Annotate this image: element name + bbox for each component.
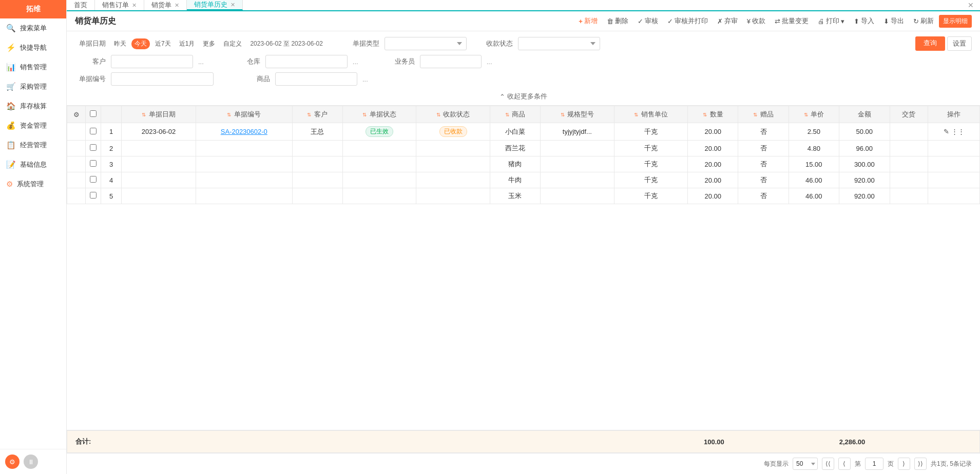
status-column-header[interactable]: ⇅ 单据状态 bbox=[342, 106, 416, 123]
chevron-up-icon: ⌃ bbox=[499, 93, 505, 101]
qty-column-header[interactable]: ⇅ 数量 bbox=[688, 106, 738, 123]
next-page-btn[interactable]: ⟩ bbox=[898, 458, 910, 470]
collapse-button[interactable]: ⌃ 收起更多条件 bbox=[75, 90, 972, 102]
sidebar-item-shortcuts[interactable]: ⚡ 快捷导航 bbox=[0, 38, 66, 57]
last-page-btn[interactable]: ⟩⟩ bbox=[914, 458, 927, 470]
sidebar-item-search[interactable]: 🔍 搜索菜单 bbox=[0, 18, 66, 38]
warehouse-filter-input[interactable] bbox=[265, 55, 348, 68]
checkbox-cell[interactable] bbox=[86, 172, 101, 188]
unit-cell: 千克 bbox=[614, 172, 687, 188]
payment-filter-select[interactable] bbox=[518, 37, 600, 50]
type-filter-select[interactable] bbox=[385, 37, 467, 50]
unit-column-header[interactable]: ⇅ 销售单位 bbox=[614, 106, 687, 123]
price-column-header[interactable]: ⇅ 单价 bbox=[789, 106, 839, 123]
payment-status-column-header[interactable]: ⇅ 收款状态 bbox=[416, 106, 490, 123]
goods-filter-input[interactable] bbox=[275, 72, 357, 86]
close-icon[interactable]: ✕ bbox=[175, 2, 179, 9]
delete-button[interactable]: 🗑 删除 bbox=[603, 14, 632, 28]
close-icon[interactable]: ✕ bbox=[132, 2, 137, 9]
row-checkbox[interactable] bbox=[90, 144, 97, 151]
audit-button[interactable]: ✓ 审核 bbox=[633, 14, 662, 28]
order-num-cell[interactable] bbox=[196, 141, 292, 156]
more-icon[interactable]: ⋮⋮ bbox=[951, 128, 965, 135]
tab-sales-order[interactable]: 销售订单 ✕ bbox=[95, 0, 144, 10]
plus-icon: + bbox=[579, 17, 583, 25]
today-btn[interactable]: 今天 bbox=[131, 38, 150, 49]
order-num-link[interactable]: SA-20230602-0 bbox=[221, 128, 267, 135]
sidebar-item-operation[interactable]: 📋 经营管理 bbox=[0, 135, 66, 155]
yesterday-btn[interactable]: 昨天 bbox=[111, 38, 129, 49]
tab-sales-history[interactable]: 销货单历史 ✕ bbox=[187, 0, 243, 10]
customer-column-header[interactable]: ⇅ 客户 bbox=[292, 106, 342, 123]
page-input[interactable] bbox=[865, 458, 883, 470]
checkbox-cell[interactable] bbox=[86, 188, 101, 204]
close-icon[interactable]: ✕ bbox=[230, 2, 235, 8]
goods-column-header[interactable]: ⇅ 商品 bbox=[490, 106, 540, 123]
qty-cell: 20.00 bbox=[688, 172, 738, 188]
tab-close-all-btn[interactable]: ✕ bbox=[962, 1, 980, 9]
sidebar-item-sales[interactable]: 📊 销售管理 bbox=[0, 57, 66, 77]
batch-change-button[interactable]: ⇄ 批量变更 bbox=[771, 14, 813, 28]
tab-sales-delivery[interactable]: 销货单 ✕ bbox=[144, 0, 187, 10]
prev-page-btn[interactable]: ⟨ bbox=[838, 458, 851, 470]
customer-filter-input[interactable] bbox=[111, 55, 193, 68]
1month-btn[interactable]: 近1月 bbox=[176, 38, 198, 49]
row-checkbox[interactable] bbox=[90, 192, 97, 199]
sidebar-item-system[interactable]: ⚙ 系统管理 bbox=[0, 174, 66, 194]
audit-print-button[interactable]: ✓ 审核并打印 bbox=[663, 14, 712, 28]
page-size-select[interactable]: 50 10 20 100 bbox=[793, 458, 818, 470]
tab-home[interactable]: 首页 bbox=[67, 0, 95, 10]
order-num-column-header[interactable]: ⇅ 单据编号 bbox=[196, 106, 292, 123]
checkbox-cell[interactable] bbox=[86, 141, 101, 156]
row-checkbox[interactable] bbox=[90, 128, 97, 134]
sidebar-item-finance[interactable]: 💰 资金管理 bbox=[0, 116, 66, 135]
sidebar-toggle-btn[interactable]: ⏸ bbox=[24, 455, 38, 469]
new-button[interactable]: + 新增 bbox=[574, 14, 602, 28]
date-column-header[interactable]: ⇅ 单据日期 bbox=[122, 106, 196, 123]
staff-filter-input[interactable] bbox=[420, 55, 482, 68]
more-btn[interactable]: 更多 bbox=[200, 38, 218, 49]
order-num-cell[interactable] bbox=[196, 156, 292, 172]
order-num-filter-input[interactable] bbox=[111, 72, 214, 86]
row-checkbox[interactable] bbox=[90, 176, 97, 183]
display-detail-button[interactable]: 显示明细 bbox=[939, 15, 972, 28]
spec-column-header[interactable]: ⇅ 规格型号 bbox=[541, 106, 614, 123]
gift-column-header[interactable]: ⇅ 赠品 bbox=[738, 106, 789, 123]
qty-cell: 20.00 bbox=[688, 188, 738, 204]
sidebar-item-inventory[interactable]: 🏠 库存核算 bbox=[0, 96, 66, 116]
settings-button[interactable]: 设置 bbox=[947, 36, 972, 51]
sidebar-item-purchase[interactable]: 🛒 采购管理 bbox=[0, 77, 66, 96]
order-num-cell[interactable] bbox=[196, 172, 292, 188]
chevron-down-icon: ▾ bbox=[841, 17, 844, 25]
7days-btn[interactable]: 近7天 bbox=[152, 38, 174, 49]
first-page-btn[interactable]: ⟨⟨ bbox=[822, 458, 834, 470]
custom-btn[interactable]: 自定义 bbox=[220, 38, 245, 49]
abandon-button[interactable]: ✗ 弃审 bbox=[713, 14, 742, 28]
print-button[interactable]: 🖨 打印 ▾ bbox=[814, 14, 849, 28]
customer-cell bbox=[292, 172, 342, 188]
gear-icon[interactable]: ⚙ bbox=[73, 111, 80, 118]
checkbox-cell[interactable] bbox=[86, 156, 101, 172]
order-num-cell[interactable]: SA-20230602-0 bbox=[196, 123, 292, 141]
staff-dots[interactable]: ... bbox=[487, 58, 492, 66]
sidebar-item-basic[interactable]: 📝 基础信息 bbox=[0, 155, 66, 174]
edit-icon[interactable]: ✎ bbox=[944, 128, 949, 135]
warehouse-dots[interactable]: ... bbox=[353, 58, 358, 66]
order-num-cell[interactable] bbox=[196, 188, 292, 204]
status-badge: 已生效 bbox=[366, 126, 393, 137]
customer-dots[interactable]: ... bbox=[198, 58, 204, 66]
import-button[interactable]: ⬆ 导入 bbox=[850, 14, 878, 28]
goods-dots[interactable]: ... bbox=[362, 75, 368, 83]
row-checkbox[interactable] bbox=[90, 160, 97, 167]
sidebar-item-label: 资金管理 bbox=[20, 121, 47, 130]
query-button[interactable]: 查询 bbox=[915, 36, 945, 51]
export-button[interactable]: ⬇ 导出 bbox=[879, 14, 908, 28]
select-all-checkbox[interactable] bbox=[90, 110, 97, 117]
seq-column-header bbox=[101, 106, 122, 123]
refresh-button[interactable]: ↻ 刷新 bbox=[909, 14, 938, 28]
amount-column-header: 金额 bbox=[839, 106, 890, 123]
sidebar-settings-btn[interactable]: ⚙ bbox=[5, 455, 20, 469]
unit-cell: 千克 bbox=[614, 156, 687, 172]
checkbox-cell[interactable] bbox=[86, 123, 101, 141]
collect-button[interactable]: ¥ 收款 bbox=[743, 14, 770, 28]
